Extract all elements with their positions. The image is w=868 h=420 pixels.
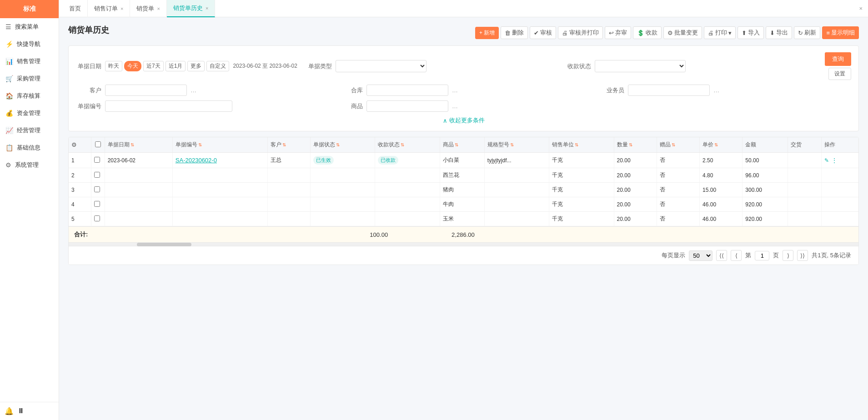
sort-docno-icon[interactable]: ⇅ (198, 142, 202, 147)
collect-button[interactable]: 💲 收款 (633, 26, 662, 39)
cell-checkbox[interactable] (91, 212, 105, 226)
doc-no-input[interactable] (105, 100, 232, 112)
audit-print-button[interactable]: 🖨 审核并打印 (558, 26, 603, 39)
product-ellipsis[interactable]: … (452, 103, 458, 110)
gear-settings-icon[interactable]: ⚙ (71, 141, 77, 148)
per-page-select[interactable]: 50 20 100 200 (689, 250, 712, 261)
date-btn-more[interactable]: 更多 (187, 61, 205, 71)
sort-docstatus-icon[interactable]: ⇅ (336, 142, 340, 147)
col-checkbox[interactable] (91, 137, 105, 153)
horizontal-scrollbar[interactable] (69, 242, 858, 246)
customer-input[interactable] (105, 85, 187, 96)
notification-icon[interactable]: 🔔 (5, 407, 14, 415)
table-row: 12023-06-02SA-20230602-0王总已生效已收款小白菜tyjyj… (69, 153, 858, 168)
sidebar-item-purchase-mgmt[interactable]: 🛒 采购管理 (0, 70, 59, 87)
row-checkbox[interactable] (94, 215, 100, 221)
row-checkbox[interactable] (94, 186, 100, 192)
print-button[interactable]: 🖨 打印 ▾ (704, 26, 736, 39)
sidebar-item-sys-mgmt[interactable]: ⚙ 系统管理 (0, 156, 59, 174)
row-checkbox[interactable] (94, 201, 100, 207)
cell-doc-no[interactable] (172, 197, 267, 212)
row-checkbox[interactable] (94, 172, 100, 178)
new-button[interactable]: + 新增 (475, 27, 499, 39)
cell-checkbox[interactable] (91, 183, 105, 197)
show-detail-button[interactable]: ≡ 显示明细 (822, 26, 859, 39)
scrollbar-thumb[interactable] (137, 243, 191, 246)
sort-customer-icon[interactable]: ⇅ (282, 142, 286, 147)
export-button[interactable]: ⬇ 导出 (766, 26, 792, 39)
sidebar-item-finance-mgmt[interactable]: 💰 资金管理 (0, 105, 59, 122)
collapse-filter-btn[interactable]: ∧ 收起更多条件 (76, 116, 851, 125)
page-number-input[interactable] (755, 251, 769, 260)
tab-sales-delivery[interactable]: 销货单 × (130, 0, 166, 17)
cell-checkbox[interactable] (91, 197, 105, 212)
tab-sales-delivery-history-close[interactable]: × (206, 5, 208, 11)
prev-page-btn[interactable]: ⟨ (731, 250, 742, 261)
more-action-btn[interactable]: ⋮ (832, 157, 837, 164)
select-all-checkbox[interactable] (95, 141, 101, 147)
cell-doc-no[interactable]: SA-20230602-0 (172, 153, 267, 168)
date-btn-7days[interactable]: 近7天 (143, 61, 164, 71)
cell-checkbox[interactable] (91, 168, 105, 183)
doc-type-select[interactable] (336, 60, 426, 72)
cell-action[interactable] (822, 212, 858, 226)
salesperson-ellipsis[interactable]: … (713, 87, 719, 94)
query-button[interactable]: 查询 (825, 52, 851, 66)
sort-unit-icon[interactable]: ⇅ (575, 142, 578, 147)
sort-date-icon[interactable]: ⇅ (130, 142, 134, 147)
edit-action-btn[interactable]: ✎ (824, 157, 829, 164)
last-page-btn[interactable]: ⟩⟩ (797, 250, 808, 261)
cell-action[interactable] (822, 197, 858, 212)
salesperson-input[interactable] (628, 85, 710, 96)
batch-change-button[interactable]: ⚙ 批量变更 (663, 26, 702, 39)
sort-gift-icon[interactable]: ⇅ (672, 142, 675, 147)
close-all-tabs[interactable]: × (857, 4, 864, 13)
tab-home[interactable]: 首页 (63, 0, 88, 17)
sidebar-item-quick-nav[interactable]: ⚡ 快捷导航 (0, 35, 59, 53)
sort-qty-icon[interactable]: ⇅ (629, 142, 632, 147)
sidebar-item-search-menu[interactable]: ☰ 搜索菜单 (0, 18, 59, 35)
cell-action[interactable] (822, 168, 858, 183)
warehouse-input[interactable] (366, 85, 448, 96)
abandon-button[interactable]: ↩ 弃审 (605, 26, 631, 39)
product-input[interactable] (366, 100, 448, 112)
first-page-btn[interactable]: ⟨⟨ (716, 250, 727, 261)
date-btn-1month[interactable]: 近1月 (166, 61, 186, 71)
date-btn-custom[interactable]: 自定义 (206, 61, 229, 71)
tab-sales-order[interactable]: 销售订单 × (88, 0, 130, 17)
delete-button[interactable]: 🗑 删除 (501, 26, 528, 39)
sidebar-item-inventory[interactable]: 🏠 库存核算 (0, 87, 59, 105)
cell-action[interactable]: ✎⋮ (822, 153, 858, 168)
cell-action[interactable] (822, 183, 858, 197)
next-page-btn[interactable]: ⟩ (783, 250, 793, 261)
customer-ellipsis[interactable]: … (191, 87, 196, 94)
col-gear[interactable]: ⚙ (69, 137, 91, 153)
date-btn-today[interactable]: 今天 (124, 61, 141, 71)
warehouse-ellipsis[interactable]: … (452, 87, 458, 94)
sort-spec-icon[interactable]: ⇅ (510, 142, 514, 147)
sidebar-item-label: 资金管理 (17, 109, 40, 117)
sidebar-item-basic-info[interactable]: 📋 基础信息 (0, 139, 59, 156)
date-btn-yesterday[interactable]: 昨天 (105, 61, 122, 71)
refresh-button[interactable]: ↻ 刷新 (794, 26, 820, 39)
cell-doc-no[interactable] (172, 183, 267, 197)
tab-sales-delivery-close[interactable]: × (157, 6, 160, 11)
import-button[interactable]: ⬆ 导入 (738, 26, 764, 39)
cell-doc-no[interactable] (172, 212, 267, 226)
doc-no-link[interactable]: SA-20230602-0 (176, 157, 217, 164)
tab-sales-delivery-history[interactable]: 销货单历史 × (167, 0, 215, 17)
sort-payment-icon[interactable]: ⇅ (401, 142, 404, 147)
sidebar-item-ops-mgmt[interactable]: 📈 经营管理 (0, 122, 59, 139)
tab-sales-order-close[interactable]: × (120, 6, 123, 11)
settings-button[interactable]: 设置 (828, 68, 851, 80)
cell-doc-no[interactable] (172, 168, 267, 183)
sidebar-item-sales-mgmt[interactable]: 📊 销售管理 (0, 53, 59, 70)
payment-status-select[interactable] (595, 60, 686, 72)
sort-price-icon[interactable]: ⇅ (714, 142, 718, 147)
audit-button[interactable]: ✔ 审核 (530, 26, 556, 39)
tabs-bar: 首页 销售订单 × 销货单 × 销货单历史 × × (59, 0, 868, 17)
sort-product-icon[interactable]: ⇅ (455, 142, 458, 147)
cell-checkbox[interactable] (91, 153, 105, 168)
pause-icon[interactable]: ⏸ (17, 407, 25, 415)
row-checkbox[interactable] (94, 157, 100, 163)
